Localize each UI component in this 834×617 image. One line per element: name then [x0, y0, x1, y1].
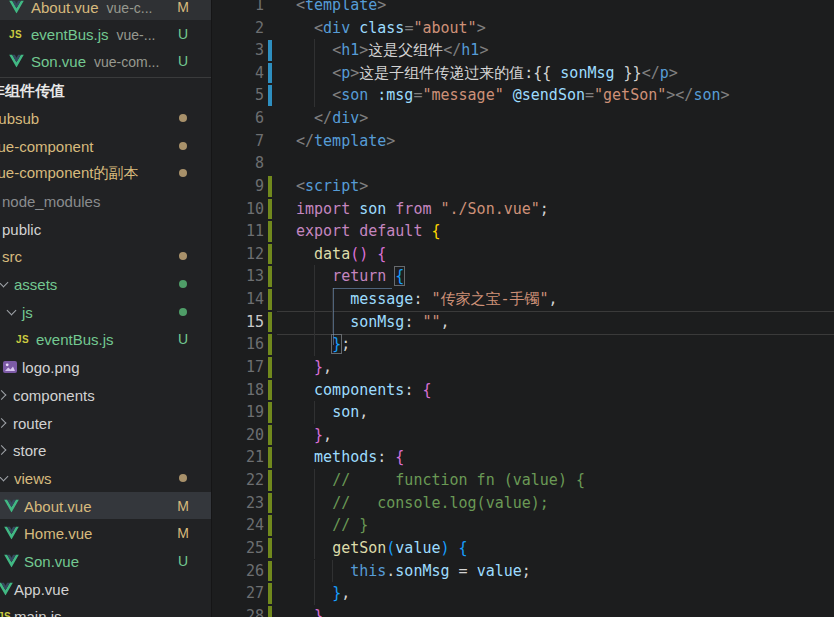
line-number: 14: [211, 288, 264, 311]
git-gutter-added: [268, 515, 272, 536]
tree-item-About.vue[interactable]: About.vueM: [0, 492, 211, 520]
code-line[interactable]: 20 },: [211, 424, 834, 447]
git-gutter-added: [268, 289, 272, 310]
code-line[interactable]: 16 };: [211, 333, 834, 356]
code-editor[interactable]: 1<template>2 <div class="about">3 <h1>这是…: [211, 0, 834, 617]
code-line[interactable]: 12 data() {: [211, 243, 834, 266]
line-number: 7: [211, 130, 264, 153]
line-number: 20: [211, 424, 264, 447]
git-dot-badge: [179, 142, 187, 150]
code-line[interactable]: 21 methods: {: [211, 446, 834, 469]
code-line[interactable]: 15 sonMsg: "",: [211, 311, 834, 334]
tree-item-vue-component[interactable]: vue-component的副本: [0, 159, 211, 187]
tree-item-main.js[interactable]: JSmain.js: [0, 603, 211, 617]
code-line[interactable]: 24 // }: [211, 514, 834, 537]
file-name: Home.vue: [24, 525, 92, 542]
line-number: 1: [211, 0, 264, 17]
file-path: vue-com...: [94, 54, 159, 70]
tree-item-node_modules[interactable]: node_modules: [0, 187, 211, 215]
code-text: return {: [296, 265, 404, 288]
line-number: 6: [211, 107, 264, 130]
tree-item-components[interactable]: components: [0, 381, 211, 409]
code-line[interactable]: 10import son from "./Son.vue";: [211, 198, 834, 221]
code-line[interactable]: 18 components: {: [211, 379, 834, 402]
code-line[interactable]: 27 },: [211, 582, 834, 605]
tree-item-public[interactable]: public: [0, 215, 211, 243]
git-dot-badge: [179, 169, 187, 177]
tree-item-assets[interactable]: assets: [0, 270, 211, 298]
file-name: components: [13, 386, 95, 403]
tree-item-App.vue[interactable]: App.vue: [0, 575, 211, 603]
file-path: vue-...: [117, 27, 156, 43]
file-name: router: [13, 414, 52, 431]
line-number: 26: [211, 560, 264, 583]
code-line[interactable]: 22 // function fn (value) {: [211, 469, 834, 492]
tree-item-views[interactable]: views: [0, 464, 211, 492]
code-text: };: [296, 333, 350, 356]
code-line[interactable]: 17 },: [211, 356, 834, 379]
tree-item-Son.vue[interactable]: Son.vueU: [0, 547, 211, 575]
code-line[interactable]: 11export default {: [211, 220, 834, 243]
code-line[interactable]: 2 <div class="about">: [211, 17, 834, 40]
open-editor-item[interactable]: Son.vuevue-com...U: [0, 48, 211, 75]
code-text: methods: {: [296, 446, 404, 469]
line-number: 19: [211, 401, 264, 424]
code-line[interactable]: 19 son,: [211, 401, 834, 424]
code-text: this.sonMsg = value;: [296, 560, 531, 583]
vue-file-icon: [0, 582, 13, 595]
code-line[interactable]: 3 <h1>这是父组件</h1>: [211, 39, 834, 62]
tree-item-pubsub[interactable]: pubsub: [0, 104, 211, 132]
line-number: 17: [211, 356, 264, 379]
code-line[interactable]: 25 getSon(value) {: [211, 537, 834, 560]
git-gutter-added: [268, 470, 272, 491]
workspace-section-header[interactable]: 非组件传值: [0, 78, 211, 103]
line-number: 22: [211, 469, 264, 492]
code-line[interactable]: 4 <p>这是子组件传递过来的值:{{ sonMsg }}</p>: [211, 62, 834, 85]
git-untracked-badge: U: [171, 553, 195, 569]
tree-item-logo.png[interactable]: logo.png: [0, 353, 211, 381]
code-text: components: {: [296, 379, 431, 402]
tree-item-router[interactable]: router: [0, 409, 211, 437]
file-name: About.vue: [24, 497, 92, 514]
tree-item-vue-component[interactable]: vue-component: [0, 132, 211, 160]
tree-item-store[interactable]: store: [0, 436, 211, 464]
chevron-down-icon: [0, 278, 8, 288]
code-line[interactable]: 5 <son :msg="message" @sendSon="getSon">…: [211, 84, 834, 107]
js-file-icon: JS: [9, 29, 22, 40]
code-text: <p>这是子组件传递过来的值:{{ sonMsg }}</p>: [296, 62, 678, 85]
code-line[interactable]: 9<script>: [211, 175, 834, 198]
open-editor-item[interactable]: About.vuevue-c...M: [0, 0, 211, 20]
git-dot-badge: [179, 280, 187, 288]
code-line[interactable]: 26 this.sonMsg = value;: [211, 560, 834, 583]
code-line[interactable]: 28 }: [211, 605, 834, 617]
tree-item-Home.vue[interactable]: Home.vueM: [0, 520, 211, 548]
tree-item-js[interactable]: js: [0, 298, 211, 326]
git-dot-badge: [179, 474, 187, 482]
file-name: public: [2, 220, 41, 237]
code-line[interactable]: 14 message: "传家之宝-手镯",: [211, 288, 834, 311]
git-untracked-badge: U: [171, 331, 195, 347]
code-line[interactable]: 13 return {: [211, 265, 834, 288]
git-gutter-modified: [268, 85, 272, 106]
git-gutter-added: [268, 606, 272, 617]
code-text: </template>: [296, 130, 395, 153]
git-gutter-added: [268, 447, 272, 468]
git-untracked-badge: U: [171, 53, 195, 69]
code-line[interactable]: 6 </div>: [211, 107, 834, 130]
code-line[interactable]: 7</template>: [211, 130, 834, 153]
git-gutter-added: [268, 266, 272, 287]
code-line[interactable]: 1<template>: [211, 0, 834, 17]
tree-item-src[interactable]: src: [0, 243, 211, 271]
line-number: 23: [211, 492, 264, 515]
git-gutter-added: [268, 538, 272, 559]
code-text: <div class="about">: [296, 17, 486, 40]
code-text: import son from "./Son.vue";: [296, 198, 549, 221]
file-name: main.js: [14, 608, 62, 617]
tree-item-eventBus.js[interactable]: JSeventBus.jsU: [0, 326, 211, 354]
code-line[interactable]: 23 // console.log(value);: [211, 492, 834, 515]
file-name: pubsub: [0, 109, 39, 126]
open-editor-item[interactable]: JSeventBus.jsvue-...U: [0, 20, 211, 47]
workspace-section-label: 非组件传值: [0, 81, 65, 100]
file-name: About.vue: [31, 0, 99, 15]
code-line[interactable]: 8: [211, 152, 834, 175]
